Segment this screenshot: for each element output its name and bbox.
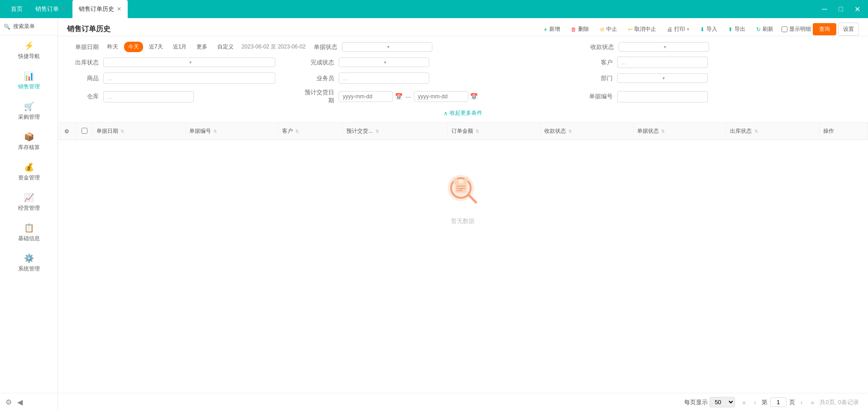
tab-home[interactable]: 首页 [5,0,29,18]
page-size-select[interactable]: 50 100 200 [710,397,735,407]
th-ship-status[interactable]: 出库状态 ⇅ [726,123,819,140]
next-page-button[interactable]: › [798,398,806,407]
first-page-button[interactable]: « [739,398,748,407]
show-detail-input[interactable] [782,26,787,32]
sidebar-item-sys-mgmt[interactable]: ⚙️ 系统管理 [0,248,58,278]
complete-status-arrow: ▾ [384,60,425,65]
tab-sales-order-close[interactable]: ✕ [62,6,66,12]
th-amount[interactable]: 订单金额 ⇅ [447,123,540,140]
stop-button[interactable]: ⊘ 中止 [595,23,622,35]
tab-sales-order-label: 销售订单 [35,5,59,13]
calendar-end-icon[interactable]: 📅 [470,93,478,100]
salesperson-select[interactable]: ... [339,73,429,84]
delivery-date-end[interactable] [414,91,468,102]
th-delivery-date[interactable]: 预计交货... ⇅ [343,123,447,140]
check-all[interactable] [82,128,87,134]
table-header-row: ⚙ 单据日期 ⇅ 单据编号 ⇅ 客户 ⇅ [58,123,868,140]
sidebar-item-quick-nav-label: 快捷导航 [18,53,40,60]
payment-status-label: 收款状态 [582,43,619,51]
order-status-select[interactable]: ▾ [342,42,432,52]
delete-button[interactable]: 🗑 删除 [566,23,594,35]
search-menu[interactable]: 🔍 搜索菜单 [0,18,58,35]
customer-placeholder: ... [621,59,704,66]
filter-order-status-col: 单据状态 ▾ [306,42,582,52]
print-button[interactable]: 🖨 打印 ▾ [662,23,694,35]
show-detail-checkbox[interactable]: 显示明细 [782,25,811,33]
sidebar-item-sys-mgmt-label: 系统管理 [18,265,40,273]
page-number-input[interactable] [770,397,786,407]
close-window-button[interactable]: ✕ [851,3,863,15]
svg-line-2 [469,195,476,203]
search-menu-label: 搜索菜单 [13,23,35,30]
filter-payment-status-col: 收款状态 ▾ [582,42,859,52]
refresh-icon: ↻ [756,26,761,33]
th-order-no[interactable]: 单据编号 ⇅ [185,123,278,140]
page-size-label: 每页显示 [684,398,708,406]
filter-delivery-date-col: 预计交货日期 📅 — 📅 [302,88,581,105]
warehouse-select[interactable]: ... [103,91,194,102]
date-pill-1month[interactable]: 近1月 [169,42,191,52]
pagination: « ‹ 第 页 › » 共0页, 0条记录 [739,397,859,407]
add-button[interactable]: + 新增 [539,23,565,35]
th-check[interactable] [76,123,92,140]
prev-page-button[interactable]: ‹ [751,398,759,407]
cancel-stop-button[interactable]: ↩ 取消中止 [623,23,661,35]
department-select[interactable]: ▾ [617,73,708,83]
order-no-input[interactable] [617,91,708,102]
settings-button[interactable]: 设置 [838,23,859,36]
th-settings[interactable]: ⚙ [58,123,76,140]
add-label: 新增 [549,25,560,33]
payment-status-select[interactable]: ▾ [619,42,709,52]
refresh-button[interactable]: ↻ 刷新 [752,23,778,35]
empty-illustration [440,167,485,213]
tab-sales-order-history[interactable]: 销售订单历史 ✕ [72,0,128,18]
stop-icon: ⊘ [600,26,604,33]
empty-svg [440,167,485,213]
customer-select[interactable]: ... [617,57,708,68]
tab-sales-order-history-close[interactable]: ✕ [117,6,121,12]
date-pill-custom[interactable]: 自定义 [213,42,238,52]
date-pill-today[interactable]: 今天 [124,42,143,52]
sidebar: 🔍 搜索菜单 ⚡ 快捷导航 📊 销售管理 🛒 采购管理 📦 库存核算 💰 资金管… [0,18,58,411]
date-pill-more[interactable]: 更多 [192,42,211,52]
calendar-start-icon[interactable]: 📅 [395,93,403,100]
order-status-label: 单据状态 [306,43,342,51]
page-size-control: 每页显示 50 100 200 [684,397,735,407]
svg-point-9 [460,188,462,190]
sidebar-item-ops-mgmt[interactable]: 📈 经营管理 [0,187,58,218]
sidebar-item-purchase-mgmt-label: 采购管理 [18,113,40,121]
sidebar-item-quick-nav[interactable]: ⚡ 快捷导航 [0,35,58,66]
import-button[interactable]: ⬇ 导入 [695,23,722,35]
inventory-mgmt-icon: 📦 [24,132,34,142]
query-button[interactable]: 查询 [813,23,836,35]
date-pill-7days[interactable]: 近7天 [145,42,167,52]
maximize-button[interactable]: □ [834,3,847,15]
warehouse-placeholder: ... [107,93,190,100]
show-detail-label: 显示明细 [789,25,811,33]
th-action-label: 操作 [823,128,834,134]
collapse-filter-btn[interactable]: ∧ 收起更多条件 [67,109,859,117]
sidebar-item-ops-mgmt-label: 经营管理 [18,204,40,212]
sidebar-item-sales-mgmt[interactable]: 📊 销售管理 [0,66,58,96]
sidebar-item-inventory-mgmt[interactable]: 📦 库存核算 [0,126,58,157]
export-button[interactable]: ⬆ 导出 [724,23,750,35]
filter-product-col: 商品 ... [67,73,302,84]
complete-status-select[interactable]: ▾ [339,58,429,67]
sidebar-item-purchase-mgmt[interactable]: 🛒 采购管理 [0,96,58,126]
th-customer[interactable]: 客户 ⇅ [278,123,342,140]
date-pill-yesterday[interactable]: 昨天 [103,42,122,52]
ship-status-select[interactable]: ▾ [103,58,275,67]
minimize-button[interactable]: ─ [818,3,831,15]
sidebar-collapse-icon[interactable]: ◀ [17,398,23,406]
product-select[interactable]: ... [103,73,275,84]
th-order-status[interactable]: 单据状态 ⇅ [633,123,726,140]
sidebar-settings-icon[interactable]: ⚙ [5,398,12,406]
th-payment-status[interactable]: 收款状态 ⇅ [540,123,633,140]
sidebar-item-finance-mgmt[interactable]: 💰 资金管理 [0,157,58,187]
tab-sales-order[interactable]: 销售订单 ✕ [29,0,72,18]
sidebar-item-basic-info[interactable]: 📋 基础信息 [0,218,58,248]
delivery-date-start[interactable] [339,91,393,102]
th-date[interactable]: 单据日期 ⇅ [92,123,185,140]
last-page-button[interactable]: » [808,398,817,407]
tab-home-label: 首页 [11,5,23,13]
